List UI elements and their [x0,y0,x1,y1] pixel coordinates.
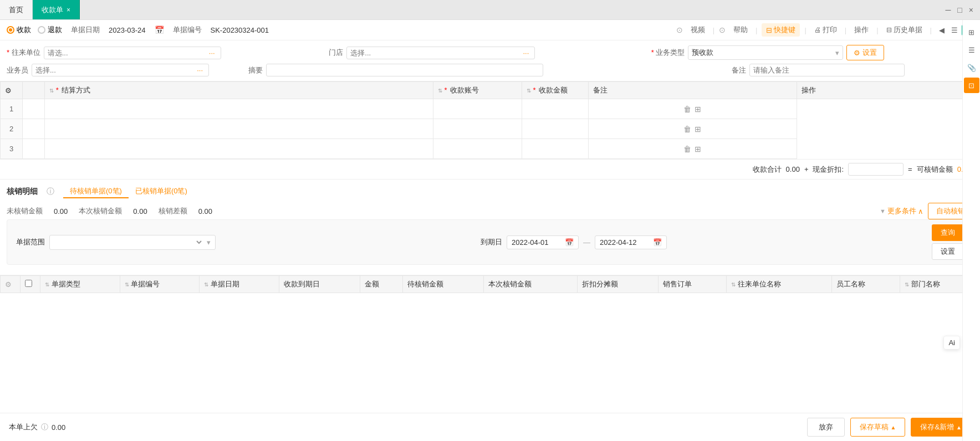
date-end-wrapper[interactable]: 📅 [595,235,667,249]
row-1-settlement[interactable] [23,99,45,119]
salesperson-input-wrapper[interactable]: ··· [32,64,209,76]
ai-text: Ai [948,339,955,347]
summary-input-wrapper[interactable] [266,64,543,76]
radio-receipt[interactable]: 收款 [7,25,31,35]
list-view-icon[interactable]: ☰ [948,25,961,35]
row-2-account[interactable] [45,119,433,139]
th-gear-verify[interactable]: ⚙ [5,280,12,289]
row-3-delete-icon[interactable]: 🗑 [683,145,691,153]
th-check-all[interactable] [21,276,40,293]
shop-ellipsis[interactable]: ··· [520,49,531,57]
row-num-3: 3 [1,139,23,159]
salesperson-input[interactable] [35,66,195,74]
help-action[interactable]: 帮助 [730,24,751,36]
counterpart-ellipsis[interactable]: ··· [207,49,217,57]
row-3-amount[interactable] [433,139,522,159]
minimize-button[interactable]: ─ [945,6,951,14]
th-gear[interactable]: ⚙ [1,82,23,99]
table-section: ⚙ ⇅ * 结算方式 ⇅ * 收款账号 ⇅ * 收款 [0,81,980,160]
setting-button[interactable]: ⚙ 设置 [846,45,884,60]
row-2-settlement[interactable] [23,119,45,139]
verify-title: 核销明细 [7,187,38,197]
history-action[interactable]: ⊟ 历史单据 [883,24,926,36]
row-2-remark[interactable] [522,119,588,139]
dropdown-icon: ▾ [835,49,839,57]
row-1-remark[interactable] [522,99,588,119]
discount-input[interactable] [848,163,904,176]
prev-view-icon[interactable]: ◀ [936,25,947,35]
right-panel-icon-2[interactable]: ☰ [964,42,979,58]
date-picker-icon[interactable]: 📅 [155,25,164,34]
row-3-settlement[interactable] [23,139,45,159]
form-row-1: 往来单位 ··· 门店 ··· 业务类型 预收款 ▾ [7,45,973,60]
radio-refund[interactable]: 退款 [38,25,62,35]
th-settlement: ⇅ * 结算方式 [45,82,433,99]
verify-info-icon[interactable]: ⓘ [47,187,54,197]
remark-input-wrapper[interactable] [749,64,905,76]
th-number: ⇅ 单据编号 [120,276,200,293]
verify-right: ▼ 更多条件 ∧ 自动核销 [880,203,973,219]
date-end-icon[interactable]: 📅 [653,238,662,247]
summary-input[interactable] [270,66,539,74]
counterpart-input[interactable] [48,49,207,57]
business-type-select-wrapper[interactable]: 预收款 ▾ [688,45,843,60]
row-3-copy-icon[interactable]: ⊞ [695,145,701,153]
range-select-wrapper[interactable]: ▾ [49,235,216,250]
verify-setting-label: 设置 [941,247,955,255]
table-row: 1 🗑 ⊞ [1,99,980,119]
verify-info: 未核销金额 0.00 本次核销金额 0.00 核销差额 0.00 ▼ 更多条件 … [7,203,973,219]
date-end-input[interactable] [600,238,650,247]
date-start-input[interactable] [512,238,562,247]
right-panel-icon-3[interactable]: 📎 [964,60,979,75]
range-select[interactable] [54,238,203,247]
tab-close-icon[interactable]: × [67,6,70,14]
tab-home[interactable]: 首页 [0,0,33,19]
row-1-account[interactable] [45,99,433,119]
remark-input[interactable] [753,66,901,74]
tab-active[interactable]: 收款单 × [33,0,80,19]
tab-pending-label: 待核销单据(0笔) [70,187,122,195]
unchecked-label: 未核销金额 [7,206,43,216]
shop-input[interactable] [350,49,520,57]
total-label: 收款合计 [753,165,782,175]
verify-setting-button[interactable]: 设置 [932,243,964,260]
counterpart-input-wrapper[interactable]: ··· [44,47,221,59]
row-3-account[interactable] [45,139,433,159]
tab-pending[interactable]: 待核销单据(0笔) [63,185,129,198]
row-3-remark[interactable] [522,139,588,159]
row-2-amount[interactable] [433,119,522,139]
row-2-delete-icon[interactable]: 🗑 [683,125,691,134]
right-panel: ⊞ ☰ 📎 ⊡ [962,20,980,441]
available-label: 可核销金额 [917,165,953,175]
th-amount: 金额 [360,276,403,293]
operation-label: 操作 [854,25,869,35]
close-button[interactable]: × [969,6,973,14]
ai-badge[interactable]: Ai [943,336,960,350]
video-action[interactable]: 视频 [687,24,708,36]
salesperson-ellipsis[interactable]: ··· [195,66,205,74]
row-1-amount[interactable] [433,99,522,119]
query-button[interactable]: 查询 [932,224,964,241]
operation-action[interactable]: 操作 [851,24,872,36]
owe-info-icon[interactable]: ⓘ [41,422,48,432]
print-action[interactable]: 🖨 打印 [811,24,840,36]
more-conditions[interactable]: ▼ 更多条件 ∧ [880,206,923,216]
discard-button[interactable]: 放弃 [807,418,845,437]
right-panel-icon-1[interactable]: ⊞ [964,24,979,40]
row-1-copy-icon[interactable]: ⊞ [695,105,701,114]
footer-left: 本单上欠 ⓘ 0.00 [9,422,65,432]
row-1-delete-icon[interactable]: 🗑 [683,105,691,114]
form-row-2: 业务员 ··· 摘要 备注 [7,64,973,76]
save-draft-button[interactable]: 保存草稿 ▲ [850,418,906,437]
right-panel-icon-4[interactable]: ⊡ [964,78,979,93]
row-2-copy-icon[interactable]: ⊞ [695,125,701,134]
date-start-wrapper[interactable]: 📅 [507,235,579,249]
date-start-icon[interactable]: 📅 [565,238,574,247]
print-icon: 🖨 [814,26,821,34]
shop-input-wrapper[interactable]: ··· [346,47,535,59]
tab-completed[interactable]: 已核销单据(0笔) [129,185,194,198]
check-all-checkbox[interactable] [25,280,32,287]
maximize-button[interactable]: □ [957,6,962,14]
shortcut-action[interactable]: ⊟ 快捷键 [762,23,800,37]
row-num-2: 2 [1,119,23,139]
